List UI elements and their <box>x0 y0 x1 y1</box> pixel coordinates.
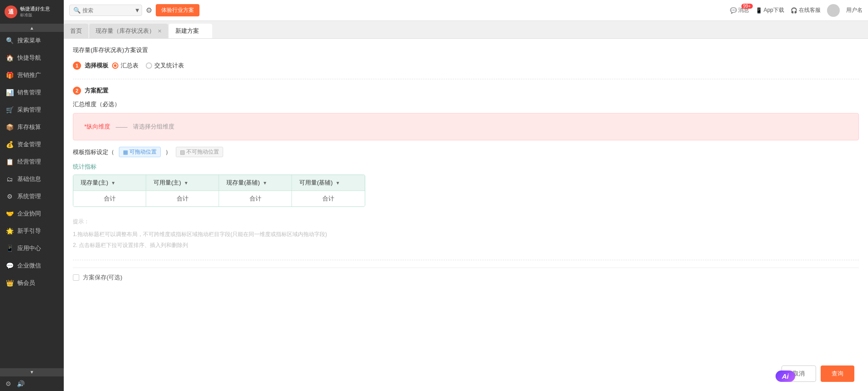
radio-summary[interactable]: 汇总表 <box>112 62 138 70</box>
tab-inventory-tab[interactable]: 现存量（库存状况表）✕ <box>89 24 168 38</box>
main-area: 🔍 ▼ ⚙ 体验行业方案 💬 消息 99+ 📱 App下载 🎧 在线客服 用户名 <box>64 0 868 391</box>
step2-title: 方案配置 <box>85 87 108 95</box>
app-badge: 标准版 <box>20 12 50 18</box>
divider1 <box>73 79 859 79</box>
step1-title: 选择模板 <box>85 62 108 70</box>
username: 用户名 <box>846 6 863 14</box>
dimension-required-label: *纵向维度 <box>84 123 110 131</box>
template-label-suffix: ） <box>165 148 171 156</box>
sidebar-item-sales[interactable]: 📊销售管理 <box>0 84 64 101</box>
speaker-icon[interactable]: 🔊 <box>17 380 25 387</box>
template-indicator-row: 模板指标设定（ ▦ 可拖动位置 ） ▨ 不可拖动位置 <box>73 147 859 157</box>
sidebar-item-label: 畅会员 <box>17 279 35 287</box>
stats-header-col4[interactable]: 可用量(基辅)▼ <box>292 175 365 190</box>
sidebar-item-label: 新手引导 <box>17 227 41 235</box>
stats-header-col1[interactable]: 现存量(主)▼ <box>73 175 146 190</box>
message-button[interactable]: 💬 消息 99+ <box>730 6 749 14</box>
sidebar-item-wechat[interactable]: 💬企业微信 <box>0 257 64 274</box>
sidebar-item-marketing[interactable]: 🎁营销推广 <box>0 67 64 84</box>
purchase-icon: 🛒 <box>5 106 14 114</box>
sidebar-item-label: 采购管理 <box>17 106 41 114</box>
sidebar-item-inventory[interactable]: 📦库存核算 <box>0 118 64 136</box>
sidebar-item-purchase[interactable]: 🛒采购管理 <box>0 101 64 118</box>
step2-section: 2 方案配置 汇总维度（必选） *纵向维度 —— 请选择分组维度 模板指标设定（… <box>73 87 859 251</box>
content-area: 现存量(库存状况表)方案设置 1 选择模板 汇总表交叉统计表 2 方案配置 汇总… <box>64 39 868 391</box>
search-dropdown-icon[interactable]: ▼ <box>134 7 140 14</box>
basic-icon: 🗂 <box>5 175 14 183</box>
dimension-box[interactable]: *纵向维度 —— 请选择分组维度 <box>73 113 859 140</box>
sidebar-item-collab[interactable]: 🤝企业协同 <box>0 205 64 222</box>
stats-header-col3[interactable]: 现存量(基辅)▼ <box>219 175 292 190</box>
dimension-placeholder: 请选择分组维度 <box>133 123 174 131</box>
step1-number: 1 <box>73 62 81 70</box>
chevron-down-icon[interactable]: ▼ <box>111 180 116 185</box>
sidebar-scroll-down[interactable]: ▼ <box>0 368 64 376</box>
sidebar-item-label: 系统管理 <box>17 192 41 201</box>
radio-circle-summary <box>112 62 118 69</box>
member-icon: 👑 <box>5 279 14 287</box>
dimension-section-label: 汇总维度（必选） <box>73 100 859 108</box>
topbar-right: 💬 消息 99+ 📱 App下载 🎧 在线客服 用户名 <box>730 4 863 17</box>
sidebar-item-system[interactable]: ⚙系统管理 <box>0 188 64 205</box>
tab-label: 现存量（库存状况表） <box>96 27 155 35</box>
app-icon: 📱 <box>756 7 762 14</box>
draggable-icon: ▦ <box>123 149 128 155</box>
message-icon: 💬 <box>730 7 737 14</box>
step2-number: 2 <box>73 87 81 95</box>
sidebar-item-management[interactable]: 📋经营管理 <box>0 153 64 170</box>
chevron-down-icon[interactable]: ▼ <box>263 180 267 185</box>
sidebar-item-guide[interactable]: 🌟新手引导 <box>0 222 64 240</box>
save-checkbox[interactable] <box>73 274 79 281</box>
sidebar-item-member[interactable]: 👑畅会员 <box>0 274 64 292</box>
sidebar-scroll-up[interactable]: ▲ <box>0 24 64 32</box>
service-icon: 🎧 <box>791 7 797 14</box>
radio-cross[interactable]: 交叉统计表 <box>146 62 184 70</box>
save-row: 方案保存(可选) <box>73 268 859 287</box>
sidebar-item-finance[interactable]: 💰资金管理 <box>0 136 64 153</box>
step2-header: 2 方案配置 <box>73 87 859 95</box>
sidebar-item-apps[interactable]: 📱应用中心 <box>0 240 64 257</box>
stats-data-cell-0: 合计 <box>73 190 146 206</box>
tip-item: 2. 点击标题栏下拉可设置排序、插入列和删除列 <box>73 240 859 251</box>
chevron-down-icon[interactable]: ▼ <box>184 180 189 185</box>
tab-home[interactable]: 首页 <box>64 24 88 38</box>
trial-button[interactable]: 体验行业方案 <box>156 4 199 16</box>
gear-icon[interactable]: ⚙ <box>146 6 152 15</box>
stats-header-row: 现存量(主)▼可用量(主)▼现存量(基辅)▼可用量(基辅)▼ <box>73 175 365 190</box>
tab-close-new-plan[interactable]: ✕ <box>202 28 206 34</box>
stats-section-label: 统计指标 <box>73 163 859 171</box>
sales-icon: 📊 <box>5 88 14 97</box>
dimension-dash: —— <box>116 123 128 130</box>
search-icon: 🔍 <box>5 36 14 45</box>
stats-data-cell-2: 合计 <box>219 190 292 206</box>
stats-table: 现存量(主)▼可用量(主)▼现存量(基辅)▼可用量(基辅)▼合计合计合计合计 <box>73 175 365 207</box>
tab-close-inventory-tab[interactable]: ✕ <box>158 28 162 34</box>
tab-new-plan[interactable]: 新建方案✕ <box>169 24 212 38</box>
stats-header-col2[interactable]: 可用量(主)▼ <box>146 175 219 190</box>
inventory-icon: 📦 <box>5 123 14 131</box>
sidebar-item-label: 企业协同 <box>17 210 41 218</box>
message-badge: 99+ <box>741 4 753 9</box>
sidebar-nav: 🔍搜索菜单🏠快捷导航🎁营销推广📊销售管理🛒采购管理📦库存核算💰资金管理📋经营管理… <box>0 32 64 368</box>
step1-section: 1 选择模板 汇总表交叉统计表 <box>73 62 859 70</box>
app-download-button[interactable]: 📱 App下载 <box>756 6 784 14</box>
save-label: 方案保存(可选) <box>83 273 123 282</box>
sidebar-item-search[interactable]: 🔍搜索菜单 <box>0 32 64 49</box>
avatar[interactable] <box>827 4 840 17</box>
online-service-button[interactable]: 🎧 在线客服 <box>791 6 821 14</box>
query-button[interactable]: 查询 <box>821 365 854 382</box>
settings-icon[interactable]: ⚙ <box>5 380 11 387</box>
search-input[interactable] <box>82 7 133 14</box>
quicknav-icon: 🏠 <box>5 54 14 62</box>
sidebar-bottom: ⚙ 🔊 <box>0 376 64 391</box>
ai-badge[interactable]: Ai <box>776 370 795 382</box>
collab-icon: 🤝 <box>5 210 14 218</box>
sidebar-item-basic[interactable]: 🗂基础信息 <box>0 170 64 188</box>
sidebar-item-quicknav[interactable]: 🏠快捷导航 <box>0 49 64 67</box>
sidebar-item-label: 销售管理 <box>17 88 41 97</box>
search-box[interactable]: 🔍 ▼ <box>69 5 142 16</box>
radio-label-cross: 交叉统计表 <box>154 62 184 70</box>
apps-icon: 📱 <box>5 244 14 252</box>
chevron-down-icon[interactable]: ▼ <box>336 180 340 185</box>
tips-section: 提示： 1.拖动标题栏可以调整布局，不可跨维度或指标区域拖动栏目字段(只能在同一… <box>73 216 859 251</box>
